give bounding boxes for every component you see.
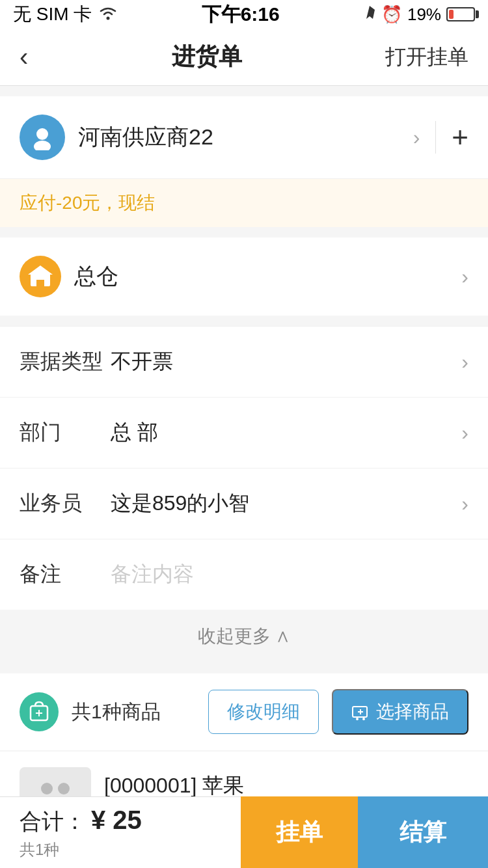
supplier-name: 河南供应商22 [78,122,407,152]
department-label: 部门 [20,418,104,447]
invoice-type-row[interactable]: 票据类型 不开票 › [0,326,488,397]
select-product-label: 选择商品 [376,699,449,724]
form-section: 票据类型 不开票 › 部门 总 部 › 业务员 这是859的小智 › 备注 备注… [0,326,488,610]
department-row[interactable]: 部门 总 部 › [0,397,488,468]
department-value: 总 部 [104,418,455,447]
products-header: 共1种商品 修改明细 选择商品 [0,673,488,750]
alarm-icon: ⏰ [381,5,402,25]
warehouse-chevron-icon: › [461,265,468,289]
products-count: 共1种商品 [72,699,195,726]
svg-point-2 [34,141,51,150]
battery-icon [446,7,475,21]
location-icon [363,5,376,25]
status-time: 下午6:16 [202,1,280,28]
select-product-button[interactable]: 选择商品 [332,689,468,735]
warehouse-row[interactable]: 总仓 › [0,237,488,316]
svg-point-11 [362,718,365,720]
page-title: 进货单 [172,41,242,73]
battery-percent: 19% [407,5,441,25]
products-icon [20,692,59,731]
remark-placeholder: 备注内容 [104,560,468,589]
collapse-button[interactable]: 收起更多 ∧ [0,610,488,663]
nav-bar: ‹ 进货单 打开挂单 [0,29,488,86]
settle-button[interactable]: 结算 [358,796,488,868]
hang-button[interactable]: 挂单 [241,796,358,868]
svg-marker-4 [28,265,53,275]
invoice-type-chevron-icon: › [461,350,468,374]
supplier-row[interactable]: 河南供应商22 › + [0,96,488,179]
svg-point-0 [107,17,110,20]
remark-row[interactable]: 备注 备注内容 [0,539,488,610]
supplier-chevron-icon: › [413,126,420,150]
invoice-type-value: 不开票 [104,347,455,376]
back-button[interactable]: ‹ [20,42,28,72]
carrier-label: 无 SIM 卡 [13,2,92,27]
salesperson-value: 这是859的小智 [104,489,455,518]
status-bar: 无 SIM 卡 下午6:16 ⏰ 19% [0,0,488,29]
warehouse-name: 总仓 [74,262,455,292]
edit-detail-button[interactable]: 修改明细 [208,690,319,734]
salesperson-label: 业务员 [20,489,104,518]
supplier-section: 河南供应商22 › + 应付-20元，现结 [0,96,488,227]
divider [435,121,436,154]
cart-icon [351,703,370,721]
add-supplier-button[interactable]: + [452,121,468,154]
product-name: [0000001] 苹果 [104,772,436,800]
warehouse-section: 总仓 › [0,237,488,316]
total-label: 合计： [20,807,86,837]
department-chevron-icon: › [461,421,468,445]
supplier-notice: 应付-20元，现结 [0,179,488,227]
invoice-type-label: 票据类型 [20,347,104,376]
bottom-bar: 合计： ¥ 25 共1种 挂单 结算 [0,796,488,868]
bottom-total: 合计： ¥ 25 共1种 [0,796,241,868]
supplier-avatar [20,115,65,160]
status-right: ⏰ 19% [363,5,475,25]
svg-rect-5 [36,280,44,286]
salesperson-chevron-icon: › [461,492,468,516]
salesperson-row[interactable]: 业务员 这是859的小智 › [0,468,488,539]
warehouse-icon [20,256,61,297]
total-sub: 共1种 [20,839,221,860]
remark-label: 备注 [20,560,104,589]
status-left: 无 SIM 卡 [13,2,118,27]
svg-point-10 [356,718,359,720]
total-amount: ¥ 25 [91,806,142,835]
svg-point-1 [36,128,48,140]
open-pending-button[interactable]: 打开挂单 [385,43,468,72]
wifi-icon [98,4,118,25]
